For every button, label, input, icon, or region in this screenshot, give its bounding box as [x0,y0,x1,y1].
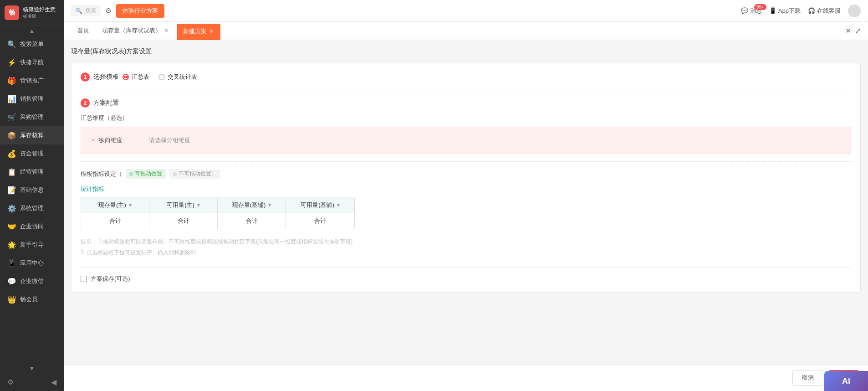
step1-section: 1 选择模板 汇总表 交叉统计表 [81,72,851,82]
sidebar-item-label: 新手引导 [20,241,44,249]
sidebar-item-label: 资金管理 [20,149,44,158]
page-title: 现存量(库存状况表)方案设置 [71,47,861,56]
tab-new-scheme[interactable]: 新建方案 ✕ [177,24,220,40]
search-icon: 🔍 [76,8,82,14]
stats-header-1[interactable]: 可用量(主) ▾ [149,197,218,213]
draggable-badge: 可拖动位置 [126,169,166,179]
app-download-button[interactable]: 📱 App下载 [769,7,801,15]
sidebar-item-inventory[interactable]: 📦 库存核算 [0,126,64,144]
sidebar-item-vip[interactable]: 👑 畅会员 [0,290,64,309]
sidebar-item-label: 库存核算 [20,131,44,139]
stats-data-2: 合计 [218,213,286,229]
sidebar-item-label: 企业协同 [20,222,44,231]
dim-placeholder: 请选择分组维度 [149,136,190,144]
logo-icon: 畅 [5,5,19,20]
cancel-button[interactable]: 取消 [792,370,823,386]
sidebar-item-app-center[interactable]: 📱 应用中心 [0,254,64,272]
step2-title: 方案配置 [93,99,119,107]
indicator-settings-label: 模板指标设定（ [81,170,122,178]
radio-summary-dot [123,74,129,80]
radio-cross-dot [158,74,165,80]
business-icon: 📋 [7,167,16,176]
sidebar-item-label: 搜索菜单 [20,40,44,48]
volume-icon[interactable]: ◀ [51,378,56,386]
dropdown-arrow-3[interactable]: ▾ [337,202,340,208]
step2-badge: 2 [81,98,90,108]
save-option-label: 方案保存(可选) [91,275,130,283]
divider-1 [81,91,851,91]
marketing-icon: 🎁 [7,76,16,85]
dropdown-arrow-2[interactable]: ▾ [268,202,271,208]
search-box[interactable]: 🔍 搜索 [71,5,101,16]
step2-header: 2 方案配置 [81,98,851,108]
sidebar-scroll-up[interactable]: ▲ [0,26,64,35]
sidebar-item-purchase[interactable]: 🛒 采购管理 [0,108,64,126]
search-menu-icon: 🔍 [7,40,16,49]
sidebar-item-basic-info[interactable]: 📝 基础信息 [0,181,64,199]
app-edition: 标准版 [23,13,56,20]
sidebar-item-new-guide[interactable]: 🌟 新手引导 [0,236,64,254]
save-option: 方案保存(可选) [81,275,851,283]
stats-table: 现存量(主) ▾ 可用量(主) ▾ 现存量(基辅) ▾ [81,197,355,229]
sidebar-item-business[interactable]: 📋 经营管理 [0,163,64,181]
tab-new-scheme-label: 新建方案 [183,27,207,36]
footer-bar: 取消 查询 [64,364,868,391]
sidebar: 畅 畅康通好生意 标准版 ▲ 🔍 搜索菜单 ⚡ 快捷导航 🎁 营销推广 📊 销售… [0,0,64,391]
new-guide-icon: 🌟 [7,240,16,249]
sidebar-item-system[interactable]: ⚙️ 系统管理 [0,199,64,217]
app-logo: 畅 畅康通好生意 标准版 [0,0,64,26]
settings-card: 1 选择模板 汇总表 交叉统计表 [71,63,861,293]
online-service-button[interactable]: 🎧 在线客服 [808,7,841,15]
app-icon: 📱 [769,7,776,14]
sidebar-item-enterprise-wechat[interactable]: 💬 企业微信 [0,272,64,290]
vertical-dim-box[interactable]: * 纵向维度 —— 请选择分组维度 [81,127,851,154]
dropdown-arrow-0[interactable]: ▾ [129,202,132,208]
sidebar-item-label: 采购管理 [20,113,44,121]
dropdown-arrow-1[interactable]: ▾ [197,202,200,208]
sidebar-item-finance[interactable]: 💰 资金管理 [0,144,64,163]
sidebar-item-label: 应用中心 [20,259,44,267]
stats-data-3: 合计 [286,213,354,229]
stats-section: 统计指标 现存量(主) ▾ 可用量(主) ▾ [81,185,851,231]
topbar: 🔍 搜索 ⚙ 体验行业方案 💬 消息 99+ 📱 App下载 🎧 在线客服 [64,0,868,22]
save-checkbox[interactable] [81,276,87,282]
user-menu[interactable] [848,5,861,17]
topbar-right: 💬 消息 99+ 📱 App下载 🎧 在线客服 [741,5,861,17]
tab-home[interactable]: 首页 [71,22,96,40]
sidebar-item-quick-nav[interactable]: ⚡ 快捷导航 [0,53,64,72]
window-close-btn[interactable]: ✕ [845,26,851,35]
service-icon: 🎧 [808,7,815,14]
message-badge: 99+ [754,4,766,10]
sidebar-scroll-down[interactable]: ▼ [0,364,64,373]
sidebar-item-search-menu[interactable]: 🔍 搜索菜单 [0,35,64,53]
stats-header-label-1: 可用量(主) [167,201,194,209]
settings-icon[interactable]: ⚙ [7,378,14,386]
sidebar-item-label: 销售管理 [20,95,44,103]
stats-header-3[interactable]: 可用量(基辅) ▾ [286,197,354,213]
step2-section: 2 方案配置 汇总维度（必选） * 纵向维度 —— 请选择分组维度 [81,98,851,258]
stats-data-label-1: 合计 [178,217,189,225]
ai-button[interactable]: Ai [824,371,868,391]
sidebar-item-marketing[interactable]: 🎁 营销推广 [0,72,64,90]
dim-name: 纵向维度 [99,136,123,144]
topbar-settings-icon[interactable]: ⚙ [105,6,112,15]
sidebar-item-enterprise-coop[interactable]: 🤝 企业协同 [0,217,64,236]
tab-inventory-status[interactable]: 现存量（库存状况表） ✕ [96,22,175,40]
radio-summary[interactable]: 汇总表 [123,73,149,81]
app-download-label: App下载 [778,7,801,15]
message-button[interactable]: 💬 消息 99+ [741,7,762,15]
step1-badge: 1 [81,72,90,82]
radio-cross[interactable]: 交叉统计表 [158,73,197,81]
stats-header-row: 现存量(主) ▾ 可用量(主) ▾ 现存量(基辅) ▾ [81,197,354,213]
trial-industry-button[interactable]: 体验行业方案 [116,4,164,18]
window-expand-btn[interactable]: ⤢ [855,26,861,35]
sidebar-item-label: 基础信息 [20,186,44,194]
tips-line2: 2. 点击标题栏下拉可设置排序、插入列和删除列 [81,247,851,258]
stats-header-2[interactable]: 现存量(基辅) ▾ [218,197,286,213]
stats-header-0[interactable]: 现存量(主) ▾ [81,197,149,213]
app-name: 畅康通好生意 [23,6,56,14]
tab-new-scheme-close[interactable]: ✕ [209,28,214,35]
content-area: 现存量(库存状况表)方案设置 1 选择模板 汇总表 [64,40,868,364]
tab-inventory-status-close[interactable]: ✕ [164,27,168,34]
sidebar-item-sales[interactable]: 📊 销售管理 [0,90,64,108]
